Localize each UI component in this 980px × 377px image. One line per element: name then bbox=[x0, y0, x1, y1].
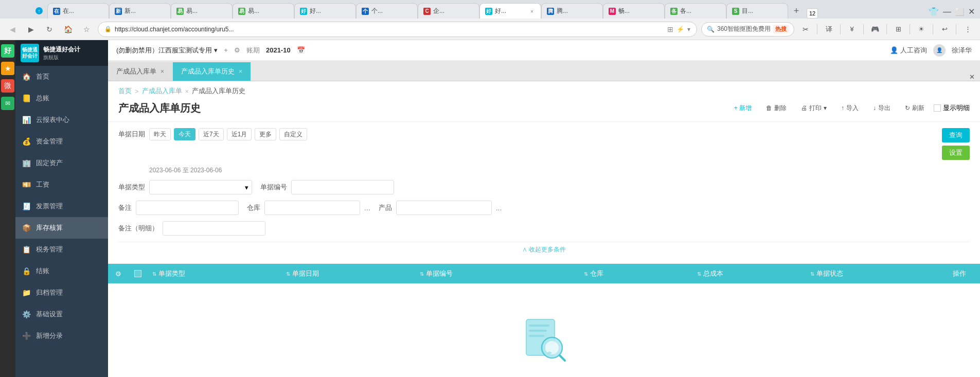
voucher-number-input[interactable] bbox=[291, 180, 394, 194]
sidebar-item-fixed-assets[interactable]: 🏢 固定资产 bbox=[15, 152, 108, 174]
print-button[interactable]: 🖨 打印 ▾ bbox=[796, 101, 832, 115]
tab-3[interactable]: 易 易... bbox=[171, 3, 233, 19]
sidebar-item-closing[interactable]: 🔒 结账 bbox=[15, 260, 108, 282]
maximize-button[interactable]: ⬜ bbox=[955, 8, 964, 16]
back-button[interactable]: ◀ bbox=[5, 22, 20, 37]
refresh-button[interactable]: ↻ bbox=[42, 22, 57, 37]
grid-apps-icon[interactable]: ⊞ bbox=[891, 22, 905, 37]
warehouse-input[interactable] bbox=[264, 201, 360, 215]
sidebar-weibo-icon[interactable]: 微 bbox=[1, 79, 14, 93]
settings-button[interactable]: 设置 bbox=[942, 146, 970, 160]
sidebar-item-tax[interactable]: 📋 税务管理 bbox=[15, 239, 108, 260]
filter-row-note-detail: 备注（明细） bbox=[118, 221, 970, 236]
sidebar-item-inventory[interactable]: 📦 库存核算 bbox=[15, 217, 108, 239]
tab-count-badge[interactable]: 12 bbox=[807, 8, 818, 19]
th-checkbox[interactable] bbox=[129, 270, 147, 277]
breadcrumb-list[interactable]: 产成品入库单 bbox=[142, 86, 182, 96]
sidebar-item-basic[interactable]: ⚙️ 基础设置 bbox=[15, 303, 108, 325]
th-warehouse[interactable]: ⇅ 仓库 bbox=[579, 269, 692, 278]
sidebar-mail-icon[interactable]: ✉ bbox=[1, 97, 14, 110]
tab-5[interactable]: 好 好... bbox=[294, 3, 356, 19]
th-number[interactable]: ⇅ 单据编号 bbox=[415, 269, 579, 278]
tab-2[interactable]: 新 新... bbox=[109, 3, 171, 19]
more-icon[interactable]: ⋮ bbox=[960, 22, 975, 37]
minimize-button[interactable]: — bbox=[943, 7, 951, 16]
th-voucher-type[interactable]: ⇅ 单据类型 bbox=[147, 269, 281, 278]
sidebar-star-icon[interactable]: ★ bbox=[1, 62, 14, 75]
tab-10[interactable]: M 畅... bbox=[603, 3, 665, 19]
collapse-row[interactable]: ∧ 收起更多条件 bbox=[118, 242, 970, 257]
voucher-type-label: 单据类型 bbox=[118, 183, 145, 192]
sidebar-item-ledger[interactable]: 📒 总账 bbox=[15, 87, 108, 109]
date-btn-custom[interactable]: 自定义 bbox=[279, 128, 307, 140]
undo-icon[interactable]: ↩ bbox=[937, 22, 952, 37]
export-button[interactable]: ↓ 导出 bbox=[868, 101, 896, 115]
user-avatar[interactable]: 👤 bbox=[933, 44, 946, 57]
sidebar-item-new-entry[interactable]: ➕ 新增分录 bbox=[15, 325, 108, 347]
chevron-down-icon[interactable]: ▾ bbox=[687, 26, 690, 33]
th-gear[interactable]: ⚙ bbox=[108, 270, 129, 278]
close-button[interactable]: ✕ bbox=[968, 7, 975, 16]
bookmark-button[interactable]: ☆ bbox=[79, 22, 94, 37]
query-button[interactable]: 查询 bbox=[942, 128, 970, 142]
show-detail-checkbox[interactable] bbox=[934, 104, 941, 112]
tab-voucher-list-close[interactable]: × bbox=[161, 68, 164, 75]
scissor-icon[interactable]: ✂ bbox=[798, 22, 813, 37]
sidebar-item-cloud-report[interactable]: 📊 云报表中心 bbox=[15, 109, 108, 131]
settings-gear-icon[interactable]: ⚙ bbox=[234, 46, 240, 54]
sidebar-item-archive[interactable]: 📁 归档管理 bbox=[15, 282, 108, 303]
date-btn-today[interactable]: 今天 bbox=[174, 128, 195, 140]
warehouse-dots-icon[interactable]: ... bbox=[364, 204, 370, 212]
date-btn-yesterday[interactable]: 昨天 bbox=[149, 128, 171, 140]
brightness-icon[interactable]: ☀ bbox=[914, 22, 929, 37]
th-date[interactable]: ⇅ 单据日期 bbox=[281, 269, 415, 278]
address-input[interactable]: 🔒 https://cloud.chanjet.com/accounting/u… bbox=[98, 22, 697, 37]
voucher-type-select[interactable]: ▾ bbox=[149, 180, 252, 194]
sidebar-item-fund[interactable]: 💰 资金管理 bbox=[15, 131, 108, 152]
add-button[interactable]: + 新增 bbox=[729, 101, 757, 115]
date-btn-7days[interactable]: 近7天 bbox=[199, 128, 224, 140]
sidebar-item-home[interactable]: 🏠 首页 bbox=[15, 66, 108, 87]
tab-8[interactable]: 好 好... × bbox=[479, 3, 541, 19]
toolbar-separator-3 bbox=[863, 24, 864, 34]
forward-button[interactable]: ▶ bbox=[24, 22, 38, 37]
user-service-button[interactable]: 👤 人工咨询 bbox=[890, 46, 927, 55]
note-input[interactable] bbox=[136, 201, 239, 215]
tab-9[interactable]: 腾 腾... bbox=[541, 3, 603, 19]
search-box[interactable]: 🔍 360智能抠图免费用 热搜 bbox=[701, 22, 794, 37]
tab-8-close[interactable]: × bbox=[528, 8, 536, 15]
close-panel-button[interactable]: ✕ bbox=[964, 73, 980, 81]
calendar-icon[interactable]: 📅 bbox=[297, 46, 305, 54]
app-logo-icon[interactable]: 好 bbox=[1, 44, 14, 58]
tab-12[interactable]: S 目... bbox=[726, 3, 788, 19]
tab-11[interactable]: 各 各... bbox=[665, 3, 726, 19]
tab-voucher-history-close[interactable]: × bbox=[239, 68, 242, 75]
th-total-cost[interactable]: ⇅ 总成本 bbox=[692, 269, 805, 278]
translate-icon[interactable]: 译 bbox=[822, 22, 836, 37]
tab-6[interactable]: 个 个... bbox=[356, 3, 418, 19]
note-detail-input[interactable] bbox=[163, 221, 265, 236]
product-input[interactable] bbox=[396, 201, 492, 215]
tab-7[interactable]: C 企... bbox=[418, 3, 479, 19]
tab-voucher-history[interactable]: 产成品入库单历史 × bbox=[173, 62, 251, 81]
tab-4[interactable]: 易 易... bbox=[233, 3, 294, 19]
home-button[interactable]: 🏠 bbox=[61, 22, 75, 37]
date-btn-1month[interactable]: 近1月 bbox=[227, 128, 252, 140]
product-dots-icon[interactable]: ... bbox=[496, 204, 502, 212]
delete-button[interactable]: 🗑 删除 bbox=[761, 101, 792, 115]
tab-voucher-list[interactable]: 产成品入库单 × bbox=[108, 62, 173, 81]
breadcrumb-home[interactable]: 首页 bbox=[118, 86, 132, 96]
sidebar-item-invoice[interactable]: 🧾 发票管理 bbox=[15, 195, 108, 217]
date-btn-more[interactable]: 更多 bbox=[255, 128, 276, 140]
add-company-button[interactable]: + bbox=[224, 46, 228, 54]
new-tab-button[interactable]: + bbox=[788, 3, 805, 19]
th-checkbox-box[interactable] bbox=[134, 270, 141, 277]
gamepad-icon[interactable]: 🎮 bbox=[868, 22, 882, 37]
import-button[interactable]: ↑ 导入 bbox=[836, 101, 864, 115]
refresh-button-page[interactable]: ↻ 刷新 bbox=[900, 101, 930, 115]
company-select[interactable]: (勿删勿禁用）江西服宝测试专用 ▾ bbox=[116, 46, 218, 55]
sidebar-item-salary[interactable]: 💴 工资 bbox=[15, 174, 108, 195]
yuan-icon[interactable]: ¥ bbox=[845, 22, 859, 37]
th-status[interactable]: ⇅ 单据状态 bbox=[805, 269, 939, 278]
tab-1[interactable]: 在 在... bbox=[47, 3, 109, 19]
